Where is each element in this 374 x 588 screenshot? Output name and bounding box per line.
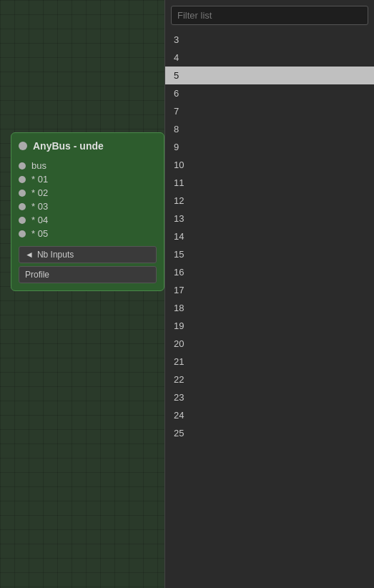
node-item-label: * 03 xyxy=(31,201,48,212)
node-item-label: * 02 xyxy=(31,187,48,198)
list-item[interactable]: 16 xyxy=(165,263,374,281)
node-item: * 03 xyxy=(19,200,157,213)
list-item[interactable]: 15 xyxy=(165,245,374,263)
list-item[interactable]: 24 xyxy=(165,406,374,424)
list-item[interactable]: 21 xyxy=(165,353,374,371)
node-items: bus* 01* 02* 03* 04* 05 xyxy=(19,159,157,240)
node-item-dot xyxy=(19,203,26,210)
profile-button[interactable]: Profile xyxy=(19,266,157,283)
node-title-text: AnyBus - unde xyxy=(33,140,104,152)
nb-inputs-button[interactable]: ◄ Nb Inputs xyxy=(19,246,157,263)
list-item[interactable]: 4 xyxy=(165,49,374,67)
node-title: AnyBus - unde xyxy=(19,140,157,152)
list-item[interactable]: 11 xyxy=(165,174,374,192)
node-item-label: * 04 xyxy=(31,215,48,225)
node-item-label: bus xyxy=(31,160,46,171)
list-item[interactable]: 25 xyxy=(165,424,374,442)
list-item[interactable]: 20 xyxy=(165,335,374,353)
node-item-dot xyxy=(19,176,26,183)
list-item[interactable]: 19 xyxy=(165,317,374,335)
list-item[interactable]: 8 xyxy=(165,120,374,138)
list-item[interactable]: 14 xyxy=(165,227,374,245)
list-item[interactable]: 3 xyxy=(165,31,374,49)
list-item[interactable]: 18 xyxy=(165,299,374,317)
list-item[interactable]: 5 xyxy=(165,67,374,84)
node-item: * 04 xyxy=(19,213,157,227)
list-item[interactable]: 6 xyxy=(165,84,374,102)
node-item-label: * 01 xyxy=(31,174,48,185)
node-item-dot xyxy=(19,217,26,224)
node-item: * 01 xyxy=(19,172,157,186)
list-item[interactable]: 10 xyxy=(165,156,374,174)
dropdown-panel: 345678910111213141516171819202122232425 xyxy=(164,0,374,588)
node-item-dot xyxy=(19,162,26,170)
list-item[interactable]: 22 xyxy=(165,371,374,388)
node-buttons: ◄ Nb Inputs Profile xyxy=(19,246,157,283)
node-card: AnyBus - unde bus* 01* 02* 03* 04* 05 ◄ … xyxy=(11,132,164,291)
list-item[interactable]: 23 xyxy=(165,388,374,406)
node-status-dot xyxy=(19,142,27,150)
list-item[interactable]: 13 xyxy=(165,210,374,227)
node-item-dot xyxy=(19,190,26,197)
node-item: * 02 xyxy=(19,186,157,200)
node-item-dot xyxy=(19,230,26,237)
dropdown-list[interactable]: 345678910111213141516171819202122232425 xyxy=(165,31,374,588)
list-item[interactable]: 7 xyxy=(165,102,374,120)
nb-inputs-label: Nb Inputs xyxy=(37,250,74,260)
node-item-label: * 05 xyxy=(31,228,48,239)
nb-inputs-icon: ◄ xyxy=(25,250,34,260)
node-item: * 05 xyxy=(19,227,157,240)
list-item[interactable]: 12 xyxy=(165,192,374,210)
list-item[interactable]: 9 xyxy=(165,138,374,156)
profile-label: Profile xyxy=(25,270,49,280)
node-item: bus xyxy=(19,159,157,172)
filter-input[interactable] xyxy=(171,6,368,25)
list-item[interactable]: 17 xyxy=(165,281,374,299)
